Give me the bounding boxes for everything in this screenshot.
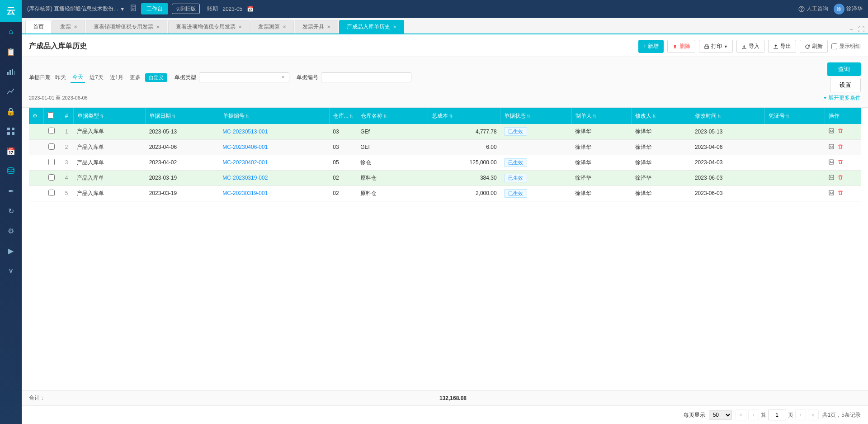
- sidebar-item-refresh2[interactable]: ↻: [0, 201, 22, 221]
- row-edit-icon[interactable]: [828, 143, 835, 151]
- number-input[interactable]: [321, 72, 411, 82]
- row-checkbox[interactable]: [48, 128, 55, 134]
- new-button[interactable]: + 新增: [638, 40, 664, 53]
- tab-invoice-calc-close[interactable]: ✕: [283, 24, 286, 29]
- refresh-button[interactable]: 刷新: [800, 40, 828, 53]
- sidebar-item-chart[interactable]: [0, 62, 22, 81]
- th-creator[interactable]: 制单人⇅: [571, 108, 631, 124]
- per-page-select[interactable]: 50 20 100: [709, 410, 732, 420]
- row-check[interactable]: [43, 170, 60, 186]
- row-check[interactable]: [43, 124, 60, 139]
- maximize-icon[interactable]: ⛶: [858, 26, 864, 33]
- minimize-icon[interactable]: －: [848, 25, 854, 33]
- th-total-cost[interactable]: 总成本⇅: [428, 108, 500, 124]
- tab-invoice[interactable]: 发票 ✕: [52, 20, 85, 33]
- tab-sales-vat[interactable]: 查看销项增值税专用发票 ✕: [86, 20, 167, 33]
- th-modifier[interactable]: 修改人⇅: [632, 108, 691, 124]
- last-page-button[interactable]: »: [808, 410, 819, 420]
- export-button[interactable]: 导出: [768, 40, 796, 53]
- th-type[interactable]: 单据类型⇅: [73, 108, 146, 124]
- sidebar-item-stamp[interactable]: ✒: [0, 181, 22, 201]
- th-check[interactable]: [43, 108, 60, 124]
- page-input[interactable]: [768, 410, 786, 420]
- type-select[interactable]: [199, 72, 289, 82]
- sidebar-item-lock[interactable]: 🔒: [0, 101, 22, 121]
- row-delete-icon[interactable]: [837, 128, 844, 135]
- row-checkbox[interactable]: [48, 190, 55, 196]
- prev-page-button[interactable]: ‹: [748, 410, 759, 420]
- row-number[interactable]: MC-20230402-001: [219, 155, 329, 170]
- sidebar-item-doc[interactable]: 📋: [0, 42, 22, 62]
- expand-filter[interactable]: 展开更多条件: [823, 94, 861, 102]
- sidebar-item-video[interactable]: ▶: [0, 241, 22, 261]
- set-button[interactable]: 设置: [830, 78, 861, 92]
- date-today[interactable]: 今天: [71, 72, 85, 83]
- row-number[interactable]: MC-20230319-001: [219, 186, 329, 201]
- delete-button[interactable]: 删除: [667, 40, 695, 53]
- sidebar-item-version[interactable]: V: [0, 261, 22, 281]
- date-custom[interactable]: 自定义: [145, 73, 167, 82]
- row-checkbox[interactable]: [48, 143, 55, 150]
- first-page-button[interactable]: «: [736, 410, 746, 420]
- th-date[interactable]: 单据日期⇅: [146, 108, 219, 124]
- period-icon[interactable]: 📅: [247, 6, 254, 12]
- tab-product-history[interactable]: 产成品入库单历史 ✕: [339, 20, 404, 33]
- row-checkbox[interactable]: [48, 159, 55, 165]
- row-edit-icon[interactable]: [828, 159, 835, 167]
- user-menu[interactable]: 徐 徐泽华: [834, 4, 863, 14]
- row-edit-icon[interactable]: [828, 128, 835, 135]
- display-toggle[interactable]: 显示明细: [831, 43, 861, 50]
- th-settings[interactable]: ⚙: [29, 108, 43, 124]
- sidebar-item-storage[interactable]: [0, 161, 22, 181]
- row-delete-icon[interactable]: [837, 190, 844, 197]
- row-edit-icon[interactable]: [828, 190, 835, 197]
- switch-version-button[interactable]: 切到旧版: [172, 4, 200, 14]
- tab-purchase-vat-close[interactable]: ✕: [238, 24, 242, 29]
- next-page-button[interactable]: ›: [795, 410, 806, 420]
- th-modify-time[interactable]: 修改时间⇅: [691, 108, 765, 124]
- row-check[interactable]: [43, 186, 60, 201]
- row-creator: 徐泽华: [571, 124, 631, 139]
- row-number[interactable]: MC-20230319-002: [219, 170, 329, 186]
- th-warehouse-name[interactable]: 仓库名称⇅: [357, 108, 428, 124]
- display-toggle-checkbox[interactable]: [831, 43, 837, 49]
- date-1month[interactable]: 近1月: [108, 73, 126, 82]
- tab-invoice-open[interactable]: 发票开具 ✕: [295, 20, 338, 33]
- print-button[interactable]: 打印 ▼: [699, 40, 733, 53]
- row-check[interactable]: [43, 139, 60, 155]
- sidebar-item-analytics[interactable]: [0, 81, 22, 101]
- th-status[interactable]: 单据状态⇅: [500, 108, 572, 124]
- date-7days[interactable]: 近7天: [88, 73, 105, 82]
- row-edit-icon[interactable]: [828, 174, 835, 182]
- select-all-checkbox[interactable]: [47, 112, 54, 119]
- page-content: 产成品入库单历史 + 新增 删除 打印 ▼ 导入 导出: [22, 34, 868, 424]
- tab-invoice-calc[interactable]: 发票测算 ✕: [250, 20, 294, 33]
- date-more[interactable]: 更多: [128, 73, 142, 82]
- import-button[interactable]: 导入: [736, 40, 764, 53]
- row-number[interactable]: MC-20230406-001: [219, 139, 329, 155]
- date-yesterday[interactable]: 昨天: [53, 73, 68, 82]
- workbench-button[interactable]: 工作台: [141, 3, 168, 14]
- row-check[interactable]: [43, 155, 60, 170]
- th-warehouse-code[interactable]: 仓库...⇅: [329, 108, 357, 124]
- tab-product-history-close[interactable]: ✕: [393, 24, 396, 29]
- th-number[interactable]: 单据编号⇅: [219, 108, 329, 124]
- row-delete-icon[interactable]: [837, 174, 844, 182]
- tab-purchase-vat[interactable]: 查看进项增值税专用发票 ✕: [168, 20, 250, 33]
- tab-home[interactable]: 首页: [25, 20, 52, 33]
- row-number[interactable]: MC-20230513-001: [219, 124, 329, 139]
- row-delete-icon[interactable]: [837, 143, 844, 151]
- tab-sales-vat-close[interactable]: ✕: [156, 24, 160, 29]
- row-delete-icon[interactable]: [837, 159, 844, 167]
- sidebar-item-home[interactable]: ⌂: [0, 22, 22, 42]
- tab-invoice-close[interactable]: ✕: [74, 24, 77, 29]
- support-label[interactable]: 人工咨询: [798, 5, 828, 13]
- row-checkbox[interactable]: [48, 174, 55, 181]
- row-modifier: 徐泽华: [632, 155, 691, 170]
- tab-invoice-open-close[interactable]: ✕: [327, 24, 330, 29]
- sidebar-item-grid[interactable]: [0, 121, 22, 141]
- sidebar-item-calendar[interactable]: 📅: [0, 141, 22, 161]
- th-voucher[interactable]: 凭证号⇅: [765, 108, 825, 124]
- query-button[interactable]: 查询: [827, 62, 861, 76]
- sidebar-item-settings2[interactable]: ⚙: [0, 221, 22, 241]
